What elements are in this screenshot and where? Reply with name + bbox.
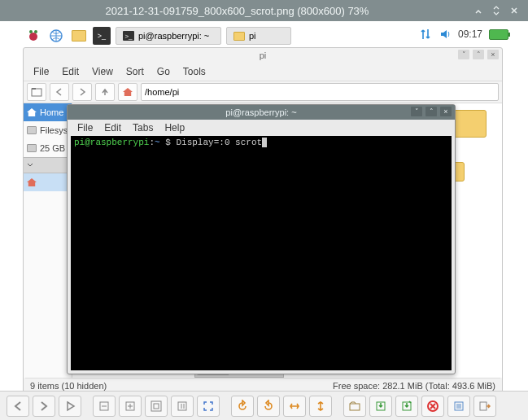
fm-path-bar[interactable]: /home/pi [141, 83, 499, 101]
status-items: 9 items (10 hidden) [30, 381, 107, 391]
viewer-viewport: >_ >_ pi@raspberrypi: ~ pi 09:17 pi ˅ ˄ … [0, 21, 528, 391]
term-menu-file[interactable]: File [72, 121, 98, 134]
sidebar-item-pi[interactable] [24, 173, 72, 191]
fm-back-button[interactable] [50, 83, 69, 101]
sidebar-label: Filesys [40, 125, 68, 135]
svg-point-1 [29, 30, 33, 33]
fm-new-tab-button[interactable] [27, 83, 46, 101]
svg-rect-9 [154, 404, 159, 409]
svg-rect-8 [151, 401, 161, 411]
rotate-cw-button[interactable] [257, 396, 280, 417]
sidebar-item-home[interactable]: Home [24, 103, 72, 121]
terminal-title: pi@raspberrypi: ~ [225, 107, 296, 117]
home-icon [27, 108, 37, 116]
flip-vertical-button[interactable] [309, 396, 332, 417]
term-close-button[interactable]: × [440, 107, 452, 116]
fm-menu-tools[interactable]: Tools [178, 64, 211, 79]
fm-maximize-button[interactable]: ˄ [473, 50, 484, 59]
svg-rect-16 [480, 402, 487, 410]
filemanager-toolbar: /home/pi [24, 81, 502, 103]
terminal-launcher-icon[interactable]: >_ [93, 27, 111, 45]
viewer-title: 2021-12-31-091759_800x600_scrot.png (800… [7, 5, 468, 17]
fm-menu-edit[interactable]: Edit [57, 64, 84, 79]
file-manager-icon[interactable] [70, 27, 88, 45]
taskbar-app-terminal[interactable]: >_ pi@raspberrypi: ~ [116, 27, 221, 45]
fm-close-button[interactable]: × [487, 50, 499, 59]
raspberry-menu-icon[interactable] [24, 27, 42, 45]
fm-menu-sort[interactable]: Sort [121, 64, 149, 79]
os-taskbar: >_ >_ pi@raspberrypi: ~ pi [24, 26, 291, 46]
svg-rect-5 [32, 88, 36, 90]
play-button[interactable] [59, 396, 81, 417]
taskbar-app-filemanager[interactable]: pi [226, 27, 291, 45]
clock[interactable]: 09:17 [458, 28, 482, 40]
svg-point-2 [34, 30, 37, 33]
sidebar-item-filesystem[interactable]: Filesys [24, 121, 72, 139]
terminal-menubar: File Edit Tabs Help [68, 120, 455, 136]
save-button[interactable] [369, 396, 392, 417]
svg-rect-4 [32, 89, 41, 96]
volume-icon[interactable] [439, 28, 452, 41]
viewer-toolbar [0, 391, 528, 420]
taskbar-app-label: pi [249, 31, 256, 41]
os-tray: 09:17 [419, 28, 508, 41]
save-as-button[interactable] [395, 396, 418, 417]
path-text: /home/pi [145, 87, 179, 97]
fm-menu-view[interactable]: View [87, 64, 118, 79]
prompt-symbol: $ [165, 138, 171, 147]
home-icon [27, 178, 37, 186]
chevron-down-icon [27, 162, 33, 168]
battery-icon[interactable] [489, 29, 508, 40]
filemanager-title: pi [260, 50, 267, 60]
flip-horizontal-button[interactable] [283, 396, 306, 417]
fm-menu-file[interactable]: File [28, 64, 54, 79]
prompt-command: Display=:0 scrot [176, 138, 262, 147]
close-button[interactable] [507, 3, 521, 18]
filemanager-sidebar: Home Filesys 25 GB [24, 103, 72, 378]
filemanager-titlebar[interactable]: pi ˅ ˄ × [24, 48, 502, 63]
zoom-in-button[interactable] [119, 396, 142, 417]
preferences-button[interactable] [447, 396, 470, 417]
terminal-body[interactable]: pi@raspberrypi:~ $ Display=:0 scrot [71, 136, 452, 370]
minimize-button[interactable] [471, 3, 486, 18]
term-menu-help[interactable]: Help [159, 121, 190, 134]
terminal-titlebar[interactable]: pi@raspberrypi: ~ ˅ ˄ × [68, 105, 455, 120]
zoom-fit-button[interactable] [145, 396, 168, 417]
status-freespace: Free space: 282.1 MiB (Total: 493.6 MiB) [333, 381, 495, 391]
prompt-path: ~ [155, 138, 160, 147]
maximize-button[interactable] [489, 3, 504, 18]
sidebar-item-volume[interactable]: 25 GB [24, 139, 72, 157]
fm-forward-button[interactable] [72, 83, 92, 101]
svg-rect-10 [178, 402, 186, 410]
fm-menu-go[interactable]: Go [152, 64, 175, 79]
delete-button[interactable] [421, 396, 444, 417]
zoom-original-button[interactable] [171, 396, 194, 417]
folder-icon [233, 32, 245, 41]
sidebar-section-header[interactable] [24, 157, 72, 173]
term-menu-tabs[interactable]: Tabs [128, 121, 158, 134]
fm-minimize-button[interactable]: ˅ [458, 50, 469, 59]
open-file-button[interactable] [343, 396, 366, 417]
sidebar-label: 25 GB [40, 143, 65, 153]
rotate-ccw-button[interactable] [231, 396, 254, 417]
taskbar-app-label: pi@raspberrypi: ~ [138, 31, 209, 41]
network-icon[interactable] [419, 28, 432, 41]
web-browser-icon[interactable] [47, 27, 65, 45]
fullscreen-button[interactable] [197, 396, 220, 417]
viewer-titlebar: 2021-12-31-091759_800x600_scrot.png (800… [0, 0, 528, 21]
filemanager-menubar: File Edit View Sort Go Tools [24, 63, 502, 81]
next-button[interactable] [33, 396, 55, 417]
svg-point-0 [29, 33, 37, 41]
disk-icon [27, 144, 37, 152]
term-minimize-button[interactable]: ˅ [411, 107, 422, 116]
prev-button[interactable] [7, 396, 29, 417]
term-maximize-button[interactable]: ˄ [425, 107, 437, 116]
cursor [262, 138, 267, 147]
term-menu-edit[interactable]: Edit [99, 121, 126, 134]
fm-up-button[interactable] [95, 83, 115, 101]
exit-button[interactable] [473, 396, 496, 417]
zoom-out-button[interactable] [93, 396, 116, 417]
fm-home-button[interactable] [118, 83, 137, 101]
home-icon [123, 88, 133, 96]
disk-icon [27, 126, 37, 134]
